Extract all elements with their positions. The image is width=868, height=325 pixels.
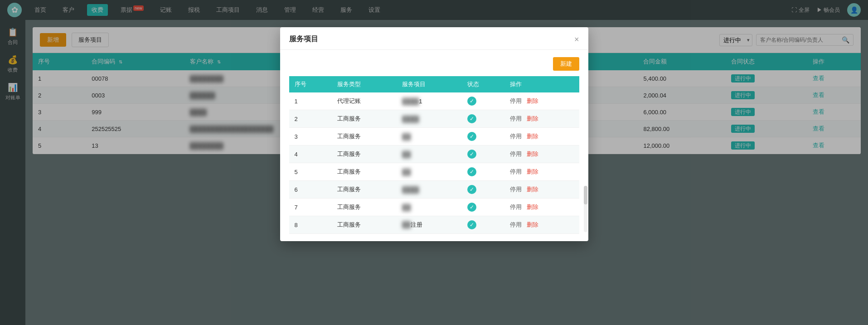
delete-btn[interactable]: 删除 [527,204,538,210]
check-icon: ✓ [467,132,476,141]
modal-cell-type: 工商服务 [332,110,397,128]
modal-col-type: 服务类型 [332,76,397,92]
modal-cell-status: ✓ [462,199,504,216]
modal-cell-action: 停用 删除 [504,199,579,216]
close-button[interactable]: × [574,35,579,44]
stop-btn[interactable]: 停用 [510,221,522,228]
modal-cell-seq: 8 [289,216,332,234]
modal-title: 服务项目 [289,34,318,44]
modal-cell-action: 停用 删除 [504,110,579,128]
delete-btn[interactable]: 删除 [527,97,538,104]
list-item: 5 工商服务 ██ ✓ 停用 删除 [289,163,579,181]
modal-cell-type: 工商服务 [332,181,397,199]
delete-btn[interactable]: 删除 [527,221,538,228]
service-items-table: 序号 服务类型 服务项目 状态 操作 1 代理记账 ████1 ✓ 停用 [289,76,579,234]
modal-cell-status: ✓ [462,110,504,128]
modal-cell-status: ✓ [462,181,504,199]
modal-cell-item: ████ [397,181,462,199]
modal-cell-status: ✓ [462,92,504,110]
modal-cell-item: ████ [397,110,462,128]
modal-col-seq: 序号 [289,76,332,92]
check-icon: ✓ [467,150,476,159]
modal-cell-seq: 1 [289,92,332,110]
modal-cell-action: 停用 删除 [504,163,579,181]
stop-btn[interactable]: 停用 [510,186,522,193]
modal-new-button[interactable]: 新建 [553,57,579,71]
modal-cell-type: 工商服务 [332,128,397,146]
modal-cell-type: 工商服务 [332,163,397,181]
modal-cell-action: 停用 删除 [504,128,579,146]
modal-col-item: 服务项目 [397,76,462,92]
stop-btn[interactable]: 停用 [510,133,522,140]
modal-cell-type: 工商服务 [332,146,397,163]
check-icon: ✓ [467,220,476,229]
list-item: 4 工商服务 ██ ✓ 停用 删除 [289,146,579,163]
stop-btn[interactable]: 停用 [510,115,522,122]
modal-col-status: 状态 [462,76,504,92]
modal-cell-seq: 6 [289,181,332,199]
modal-cell-action: 停用 删除 [504,146,579,163]
modal-cell-status: ✓ [462,146,504,163]
check-icon: ✓ [467,203,476,212]
modal-toolbar: 新建 [289,57,579,71]
delete-btn[interactable]: 删除 [527,168,538,175]
modal-cell-type: 工商服务 [332,199,397,216]
list-item: 6 工商服务 ████ ✓ 停用 删除 [289,181,579,199]
service-items-modal: 服务项目 × 新建 序号 服务类型 服务项目 状态 操作 [280,27,588,241]
stop-btn[interactable]: 停用 [510,150,522,157]
modal-cell-seq: 7 [289,199,332,216]
modal-cell-seq: 3 [289,128,332,146]
modal-cell-item: ██ [397,128,462,146]
stop-btn[interactable]: 停用 [510,204,522,210]
modal-cell-seq: 4 [289,146,332,163]
modal-cell-item: ██注册 [397,216,462,234]
modal-cell-type: 工商服务 [332,216,397,234]
modal-cell-seq: 5 [289,163,332,181]
check-icon: ✓ [467,185,476,194]
modal-cell-status: ✓ [462,163,504,181]
modal-cell-seq: 2 [289,110,332,128]
modal-cell-item: ██ [397,146,462,163]
list-item: 3 工商服务 ██ ✓ 停用 删除 [289,128,579,146]
modal-cell-item: ████1 [397,92,462,110]
modal-cell-status: ✓ [462,216,504,234]
modal-cell-action: 停用 删除 [504,92,579,110]
list-item: 8 工商服务 ██注册 ✓ 停用 删除 [289,216,579,234]
modal-cell-item: ██ [397,163,462,181]
delete-btn[interactable]: 删除 [527,133,538,140]
modal-cell-item: ██ [397,199,462,216]
check-icon: ✓ [467,167,476,176]
modal-overlay[interactable]: 服务项目 × 新建 序号 服务类型 服务项目 状态 操作 [0,0,868,325]
modal-header: 服务项目 × [280,27,588,50]
delete-btn[interactable]: 删除 [527,115,538,122]
modal-body: 新建 序号 服务类型 服务项目 状态 操作 1 代理记账 █ [280,50,588,241]
scrollbar-thumb[interactable] [584,186,587,204]
list-item: 7 工商服务 ██ ✓ 停用 删除 [289,199,579,216]
delete-btn[interactable]: 删除 [527,150,538,157]
scrollbar-track[interactable] [584,186,587,232]
modal-cell-action: 停用 删除 [504,181,579,199]
modal-cell-action: 停用 删除 [504,216,579,234]
check-icon: ✓ [467,114,476,123]
delete-btn[interactable]: 删除 [527,186,538,193]
stop-btn[interactable]: 停用 [510,97,522,104]
stop-btn[interactable]: 停用 [510,168,522,175]
modal-cell-status: ✓ [462,128,504,146]
check-icon: ✓ [467,97,476,106]
modal-col-action: 操作 [504,76,579,92]
list-item: 1 代理记账 ████1 ✓ 停用 删除 [289,92,579,110]
modal-cell-type: 代理记账 [332,92,397,110]
list-item: 2 工商服务 ████ ✓ 停用 删除 [289,110,579,128]
